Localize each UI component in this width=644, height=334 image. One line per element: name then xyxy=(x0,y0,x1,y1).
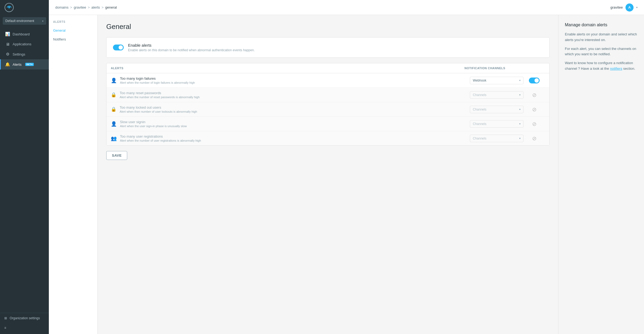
channel-chevron-icon-2: ▾ xyxy=(519,108,521,111)
svg-point-1 xyxy=(8,7,10,8)
right-panel-para-3: Want to know how to configure a notifica… xyxy=(565,60,638,72)
breadcrumb-sep-2: > xyxy=(88,5,90,9)
sidebar-item-dashboard[interactable]: 📊 Dashboard xyxy=(0,29,49,39)
channel-value-0: Webhook xyxy=(473,79,486,82)
alert-desc: Alert when the number of user registrati… xyxy=(120,139,470,142)
applications-icon: 🖥 xyxy=(5,42,10,46)
hamburger-icon: ≡ xyxy=(4,326,6,330)
channel-chevron-icon-3: ▾ xyxy=(519,122,521,125)
lock-icon: 🔒 xyxy=(111,107,116,112)
alert-name: Too many reset passwords xyxy=(120,91,470,95)
enable-alerts-toggle[interactable] xyxy=(113,45,124,50)
avatar: A xyxy=(625,3,634,12)
breadcrumb-sep-3: > xyxy=(101,5,104,9)
alert-desc: Alert when the user sign-in phase is unu… xyxy=(120,124,470,128)
breadcrumb-domains[interactable]: domains xyxy=(55,5,68,9)
sidebar-item-dashboard-label: Dashboard xyxy=(13,32,30,36)
channel-chevron-icon-0: ▾ xyxy=(519,79,521,82)
content-layout: ALERTS General Notifiers General Enable … xyxy=(49,15,644,334)
alert-desc: Alert when then number of user lockouts … xyxy=(120,110,470,113)
sidebar-item-alerts[interactable]: 🔔 Alerts BETA xyxy=(0,59,49,69)
alert-name: Slow user signin xyxy=(120,120,470,124)
sidebar-nav: 📊 Dashboard 🖥 Applications ⚙ Settings 🔔 … xyxy=(0,29,49,313)
toggle-col-1: ⊘ xyxy=(524,92,545,98)
table-row: 🔒 Too many reset passwords Alert when th… xyxy=(107,88,549,102)
topbar: domains > gravitee > alerts > general gr… xyxy=(49,0,644,15)
org-settings-label: Organization settings xyxy=(10,316,40,320)
alerts-table-card: Alerts Notification channels 👤 Too many … xyxy=(106,63,550,146)
disabled-icon-1: ⊘ xyxy=(532,92,537,98)
alerts-table-header: Alerts Notification channels xyxy=(107,63,549,73)
dashboard-icon: 📊 xyxy=(5,32,10,36)
left-nav: ALERTS General Notifiers xyxy=(49,15,98,334)
env-selector[interactable]: Default environment ▾ xyxy=(3,17,46,25)
alert-name: Too many user registrations xyxy=(120,134,470,138)
env-chevron-icon: ▾ xyxy=(42,20,43,23)
env-label: Default environment xyxy=(5,19,34,23)
disabled-icon-2: ⊘ xyxy=(532,106,537,113)
channel-value-3: Channels xyxy=(473,122,486,126)
left-nav-item-general[interactable]: General xyxy=(49,26,97,35)
channels-select-1[interactable]: Channels ▾ xyxy=(470,91,524,99)
disabled-icon-3: ⊘ xyxy=(532,121,537,127)
channel-chevron-icon-4: ▾ xyxy=(519,137,521,140)
alert-desc: Alert when the number of login failures … xyxy=(120,81,470,84)
main-wrapper: domains > gravitee > alerts > general gr… xyxy=(49,0,644,334)
left-nav-item-notifiers[interactable]: Notifiers xyxy=(49,35,97,44)
alerts-icon: 🔔 xyxy=(5,62,10,67)
page-title: General xyxy=(106,23,550,31)
sidebar-menu-toggle[interactable]: ≡ xyxy=(0,323,49,334)
sidebar-item-alerts-label: Alerts xyxy=(13,63,21,67)
alerts-beta-badge: BETA xyxy=(25,63,34,66)
breadcrumb-general: general xyxy=(105,5,117,9)
left-nav-section-title: ALERTS xyxy=(49,20,97,26)
alert-toggle-0[interactable] xyxy=(529,78,540,83)
sidebar-logo xyxy=(0,0,49,15)
topbar-user[interactable]: gravitee A ▾ xyxy=(610,3,638,12)
notifiers-link[interactable]: notifiers xyxy=(610,67,622,71)
enable-alerts-title: Enable alerts xyxy=(128,43,255,47)
alert-desc: Alert when the number of reset passwords… xyxy=(120,96,470,99)
channels-select-4[interactable]: Channels ▾ xyxy=(470,135,524,142)
toggle-slider xyxy=(113,45,124,50)
breadcrumb-gravitee[interactable]: gravitee xyxy=(74,5,86,9)
person-icon: 👤 xyxy=(111,121,117,127)
person-icon: 👤 xyxy=(111,78,117,83)
page-content: General Enable alerts Enable alerts on t… xyxy=(98,15,558,334)
alert-name: Too many login failures xyxy=(120,76,470,80)
org-settings-item[interactable]: ⊞ Organization settings xyxy=(0,313,49,323)
col-alert-header: Alerts xyxy=(111,67,464,70)
table-row: 👥 Too many user registrations Alert when… xyxy=(107,131,549,145)
disabled-icon-4: ⊘ xyxy=(532,135,537,142)
breadcrumb: domains > gravitee > alerts > general xyxy=(55,5,117,9)
sidebar-item-applications[interactable]: 🖥 Applications xyxy=(0,39,49,49)
save-button[interactable]: SAVE xyxy=(106,151,127,160)
table-row: 🔒 Too many locked out users Alert when t… xyxy=(107,102,549,117)
enable-alerts-card: Enable alerts Enable alerts on this doma… xyxy=(106,37,550,58)
username-label: gravitee xyxy=(610,5,623,9)
toggle-col-4: ⊘ xyxy=(524,135,545,142)
right-panel: Manage domain alerts Enable alerts on yo… xyxy=(558,15,644,334)
lock-icon: 🔒 xyxy=(111,92,116,98)
channels-select-0[interactable]: Webhook ▾ xyxy=(470,77,524,84)
channel-value-4: Channels xyxy=(473,137,486,140)
enable-alerts-row: Enable alerts Enable alerts on this doma… xyxy=(107,38,549,57)
channel-value-2: Channels xyxy=(473,108,486,111)
channel-chevron-icon-1: ▾ xyxy=(519,93,521,96)
channel-value-1: Channels xyxy=(473,93,486,97)
channels-select-2[interactable]: Channels ▾ xyxy=(470,106,524,113)
sidebar-item-applications-label: Applications xyxy=(13,42,31,46)
breadcrumb-alerts[interactable]: alerts xyxy=(92,5,100,9)
table-row: 👤 Slow user signin Alert when the user s… xyxy=(107,117,549,131)
enable-alerts-desc: Enable alerts on this domain to be notif… xyxy=(128,48,255,52)
sidebar-item-settings-label: Settings xyxy=(13,52,25,56)
sidebar-item-settings[interactable]: ⚙ Settings xyxy=(0,49,49,59)
user-chevron-icon: ▾ xyxy=(636,6,638,9)
right-panel-para-2: For each alert, you can select the chann… xyxy=(565,46,638,57)
col-channels-header: Notification channels xyxy=(464,67,524,70)
settings-icon: ⚙ xyxy=(5,52,10,57)
channels-select-3[interactable]: Channels ▾ xyxy=(470,120,524,128)
sidebar: Default environment ▾ 📊 Dashboard 🖥 Appl… xyxy=(0,0,49,334)
app-logo-icon xyxy=(4,3,14,12)
org-settings-icon: ⊞ xyxy=(4,316,7,320)
